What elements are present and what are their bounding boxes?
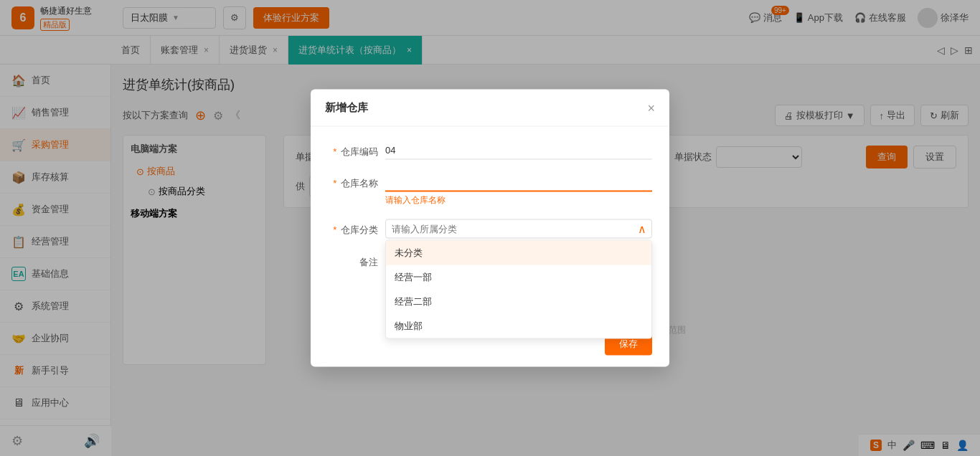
dialog-close-button[interactable]: ×	[647, 101, 655, 114]
warehouse-category-wrap: ∧ 未分类 经营一部 经营二部 物业部	[385, 219, 652, 239]
warehouse-remark-label: 备注	[328, 252, 385, 269]
dialog-body: * 仓库编码 * 仓库名称 请输入仓库名称 * 仓库分类	[311, 127, 669, 324]
warehouse-name-label: * 仓库名称	[328, 173, 385, 190]
warehouse-code-label: * 仓库编码	[328, 141, 385, 158]
dialog-title: 新增仓库	[325, 101, 368, 115]
warehouse-code-wrap	[385, 141, 652, 160]
warehouse-category-label: * 仓库分类	[328, 219, 385, 237]
warehouse-category-row: * 仓库分类 ∧ 未分类 经营一部 经	[328, 219, 652, 239]
category-dropdown: 未分类 经营一部 经营二部 物业部	[385, 240, 652, 339]
add-warehouse-dialog: 新增仓库 × * 仓库编码 * 仓库名称 请输入仓库名称	[311, 90, 669, 367]
dropdown-item-property[interactable]: 物业部	[386, 314, 651, 338]
warehouse-name-input[interactable]	[385, 173, 652, 192]
warehouse-name-row: * 仓库名称 请输入仓库名称	[328, 173, 652, 206]
warehouse-name-wrap: 请输入仓库名称	[385, 173, 652, 206]
warehouse-code-input[interactable]	[385, 141, 652, 160]
dropdown-item-ops1[interactable]: 经营一部	[386, 265, 651, 290]
dropdown-item-ops2[interactable]: 经营二部	[386, 290, 651, 314]
category-select-wrap: ∧ 未分类 经营一部 经营二部 物业部	[385, 219, 652, 239]
warehouse-code-row: * 仓库编码	[328, 141, 652, 160]
warehouse-name-error: 请输入仓库名称	[385, 194, 652, 206]
warehouse-category-input[interactable]	[385, 219, 652, 239]
dropdown-item-uncategorized[interactable]: 未分类	[386, 241, 651, 265]
dialog-header: 新增仓库 ×	[311, 90, 669, 127]
